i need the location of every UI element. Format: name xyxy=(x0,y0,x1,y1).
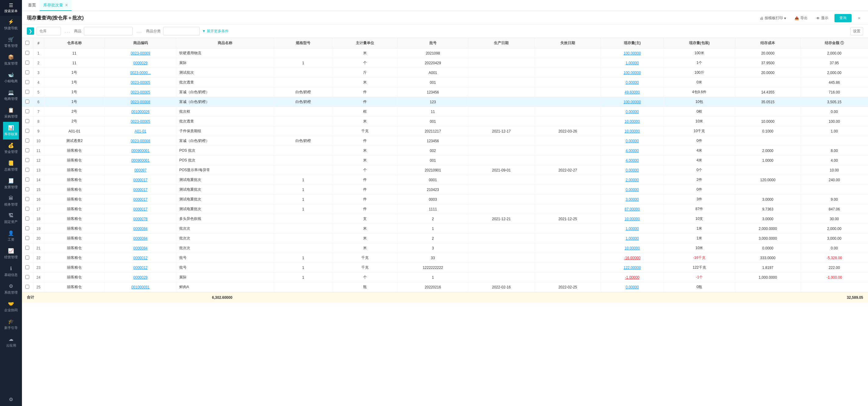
sidebar-item-fixed[interactable]: 🏗 固定资产 xyxy=(3,210,19,227)
row-select-10[interactable] xyxy=(25,148,29,152)
select-all-checkbox[interactable] xyxy=(25,41,29,45)
row-select-7[interactable] xyxy=(25,119,29,123)
row-qty-main-11[interactable]: 4.00000 xyxy=(601,156,663,165)
row-checkbox-0[interactable] xyxy=(22,48,33,58)
row-code-22[interactable]: 0000012 xyxy=(105,263,176,273)
row-checkbox-23[interactable] xyxy=(22,273,33,282)
row-checkbox-17[interactable] xyxy=(22,214,33,224)
row-code-4[interactable]: 0023-00005 xyxy=(105,88,176,97)
row-qty-main-14[interactable]: 0.00000 xyxy=(601,185,663,195)
export-btn[interactable]: 📤 导出 xyxy=(792,14,810,22)
row-select-17[interactable] xyxy=(25,216,29,221)
row-qty-main-6[interactable]: 0.00000 xyxy=(601,107,663,117)
row-select-11[interactable] xyxy=(25,158,29,162)
row-checkbox-11[interactable] xyxy=(22,156,33,165)
row-checkbox-18[interactable] xyxy=(22,224,33,234)
row-code-23[interactable]: 0000029 xyxy=(105,273,176,282)
row-select-12[interactable] xyxy=(25,168,29,172)
row-select-22[interactable] xyxy=(25,265,29,269)
row-checkbox-16[interactable] xyxy=(22,204,33,214)
row-qty-main-23[interactable]: -1.00000 xyxy=(601,273,663,282)
more-conditions-btn[interactable]: ▼ 展开更多条件 xyxy=(202,29,229,34)
sidebar-item-hr[interactable]: 👤 工资 xyxy=(3,227,19,245)
row-qty-main-2[interactable]: 100.00000 xyxy=(601,68,663,78)
sidebar-item-tax[interactable]: 🏛 税务管理 xyxy=(3,193,19,210)
row-qty-main-0[interactable]: 100.00000 xyxy=(601,48,663,58)
tab-inventory-batch-close[interactable]: ✕ xyxy=(65,3,68,7)
row-qty-main-10[interactable]: 4.00000 xyxy=(601,146,663,156)
warehouse-input[interactable] xyxy=(37,27,61,35)
row-select-1[interactable] xyxy=(25,61,29,65)
row-qty-main-15[interactable]: 3.00000 xyxy=(601,195,663,204)
sidebar-item-basic[interactable]: ℹ 基础信息 xyxy=(3,263,19,280)
row-select-5[interactable] xyxy=(25,100,29,104)
row-checkbox-20[interactable] xyxy=(22,243,33,253)
row-code-14[interactable]: 0000017 xyxy=(105,185,176,195)
filter-expand-btn[interactable]: ❯ xyxy=(27,27,34,35)
row-checkbox-19[interactable] xyxy=(22,234,33,243)
row-select-20[interactable] xyxy=(25,246,29,250)
row-code-16[interactable]: 0000017 xyxy=(105,204,176,214)
sidebar-item-invoice[interactable]: 🧾 发票管理 xyxy=(3,175,19,193)
sidebar-item-purchase[interactable]: 📋 采购管理 xyxy=(3,104,19,122)
sidebar-settings[interactable]: ⚙ xyxy=(0,394,22,406)
row-qty-main-3[interactable]: 0.00000 xyxy=(601,78,663,88)
sidebar-item-cloud[interactable]: ☁ 云应用 xyxy=(3,333,19,351)
row-select-18[interactable] xyxy=(25,226,29,230)
row-code-2[interactable]: 0023-0000... xyxy=(105,68,176,78)
query-btn[interactable]: 查询 xyxy=(834,14,851,22)
row-qty-main-22[interactable]: 122.00000 xyxy=(601,263,663,273)
row-select-16[interactable] xyxy=(25,207,29,211)
row-code-5[interactable]: 0023-00008 xyxy=(105,97,176,107)
row-code-18[interactable]: 0000084 xyxy=(105,224,176,234)
row-qty-main-4[interactable]: 49.60000 xyxy=(601,88,663,97)
row-select-13[interactable] xyxy=(25,177,29,181)
row-select-9[interactable] xyxy=(25,139,29,142)
sidebar-search[interactable]: ☰ 搜索菜单 xyxy=(0,0,22,16)
row-checkbox-12[interactable] xyxy=(22,165,33,175)
row-select-0[interactable] xyxy=(25,51,29,55)
row-code-13[interactable]: 0000017 xyxy=(105,175,176,185)
sidebar-item-corp[interactable]: 🤝 企业协同 xyxy=(3,298,19,315)
row-code-11[interactable]: 000900001 xyxy=(105,156,176,165)
sidebar-item-wholesale[interactable]: 📦 批发管理 xyxy=(3,51,19,69)
row-qty-main-20[interactable]: 10.00000 xyxy=(601,243,663,253)
row-checkbox-4[interactable] xyxy=(22,88,33,97)
row-select-19[interactable] xyxy=(25,236,29,240)
row-code-0[interactable]: 0023-00009 xyxy=(105,48,176,58)
row-qty-main-12[interactable]: 0.00000 xyxy=(601,165,663,175)
row-checkbox-22[interactable] xyxy=(22,263,33,273)
sidebar-item-summary[interactable]: 📒 总账管理 xyxy=(3,157,19,175)
row-code-9[interactable]: 0023-00008 xyxy=(105,136,176,146)
window-close-btn[interactable]: ✕ xyxy=(855,15,863,22)
row-checkbox-14[interactable] xyxy=(22,185,33,195)
sidebar-item-ecom[interactable]: 💻 电商管理 xyxy=(3,87,19,104)
row-qty-main-5[interactable]: 100.00000 xyxy=(601,97,663,107)
row-select-6[interactable] xyxy=(25,109,29,113)
row-code-10[interactable]: 000900001 xyxy=(105,146,176,156)
tab-home[interactable]: 首页 xyxy=(24,0,40,11)
row-checkbox-5[interactable] xyxy=(22,97,33,107)
row-code-3[interactable]: 0023-00005 xyxy=(105,78,176,88)
row-checkbox-2[interactable] xyxy=(22,68,33,78)
row-code-1[interactable]: 0000029 xyxy=(105,58,176,68)
row-code-6[interactable]: 001000026 xyxy=(105,107,176,117)
tab-inventory-batch[interactable]: 库存批次量 ✕ xyxy=(40,0,72,11)
row-code-7[interactable]: 0023-00005 xyxy=(105,117,176,126)
row-qty-main-8[interactable]: 10.00000 xyxy=(601,126,663,136)
row-checkbox-7[interactable] xyxy=(22,117,33,126)
row-code-8[interactable]: A01-01 xyxy=(105,126,176,136)
row-code-17[interactable]: 0000078 xyxy=(105,214,176,224)
sidebar-item-mini[interactable]: 🐋 小鲸电商 xyxy=(3,69,19,87)
row-qty-main-9[interactable]: 0.00000 xyxy=(601,136,663,146)
row-qty-main-16[interactable]: 87.00000 xyxy=(601,204,663,214)
row-code-12[interactable]: 000097 xyxy=(105,165,176,175)
row-checkbox-10[interactable] xyxy=(22,146,33,156)
filter-setting-btn[interactable]: 设置 xyxy=(850,27,863,35)
row-qty-main-24[interactable]: 0.00000 xyxy=(601,282,663,292)
sidebar-item-retail[interactable]: 🛒 零售管理 xyxy=(3,34,19,51)
product-input[interactable] xyxy=(84,27,133,35)
sidebar-item-capital[interactable]: 💰 资金管理 xyxy=(3,139,19,157)
row-qty-main-17[interactable]: 10.00000 xyxy=(601,214,663,224)
row-checkbox-13[interactable] xyxy=(22,175,33,185)
